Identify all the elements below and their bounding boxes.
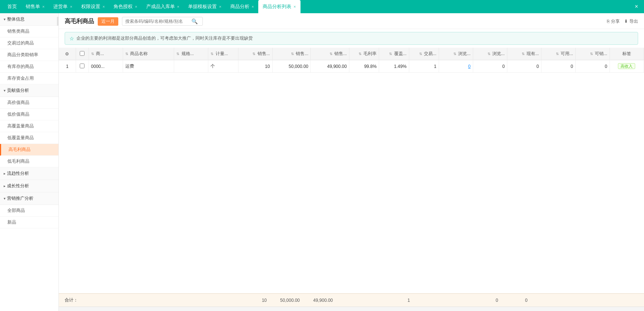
nav-sales-order[interactable]: 销售单 × bbox=[21, 0, 49, 13]
nav-purchase-order[interactable]: 进货单 × bbox=[49, 0, 76, 13]
filter-period-button[interactable]: 近一月 bbox=[98, 17, 118, 26]
footer-stock-avail: 0 bbox=[500, 298, 530, 303]
sort-icon-trade: ⇅ bbox=[419, 52, 422, 56]
col-header-browse2[interactable]: ⇅ 浏览... bbox=[473, 48, 507, 60]
close-template-settings[interactable]: × bbox=[219, 0, 221, 13]
col-header-name[interactable]: ⇅ 商品名称 bbox=[123, 48, 174, 60]
nav-production-inbound[interactable]: 产成品入库单 × bbox=[142, 0, 184, 13]
sidebar-item-low-value[interactable]: 低价值商品 bbox=[0, 109, 58, 120]
tip-icon: ☆ bbox=[69, 36, 74, 41]
sidebar-group-growth-title[interactable]: ▸ 成长性分析 bbox=[0, 180, 58, 192]
row-checkbox[interactable] bbox=[80, 64, 84, 68]
sidebar-group-trend: ▸ 流趋性分析 bbox=[0, 167, 58, 180]
share-button[interactable]: ⎘ 分享 bbox=[607, 18, 620, 25]
footer-spacer1 bbox=[85, 298, 100, 303]
nav-home[interactable]: 首页 bbox=[3, 0, 21, 13]
nav-template-settings[interactable]: 单据模板设置 × bbox=[184, 0, 226, 13]
footer-sales-cost: 49,900.00 bbox=[302, 298, 335, 303]
sort-icon-browse1: ⇅ bbox=[453, 52, 456, 56]
col-header-sales-cost[interactable]: ⇅ 销售... bbox=[311, 48, 349, 60]
sidebar-collapse-button[interactable]: « bbox=[57, 17, 59, 26]
search-box: 🔍 bbox=[122, 17, 203, 26]
footer-values: 10 50,000.00 49,900.00 1 0 0 bbox=[85, 298, 638, 303]
cell-tag: 高收入 bbox=[609, 60, 644, 73]
close-role-auth[interactable]: × bbox=[135, 0, 137, 13]
footer-label: 合计： bbox=[65, 297, 78, 303]
sidebar-item-category-rate[interactable]: 商品分类助销率 bbox=[0, 49, 58, 61]
sidebar-item-stock-funds[interactable]: 库存资金占用 bbox=[0, 73, 58, 84]
window-close-button[interactable]: × bbox=[632, 3, 641, 10]
footer-spacer6 bbox=[214, 298, 240, 303]
settings-icon[interactable]: ⚙ bbox=[65, 51, 69, 57]
close-product-analysis-list[interactable]: × bbox=[294, 0, 296, 13]
export-button[interactable]: ⬇ 导出 bbox=[624, 18, 638, 25]
close-purchase-order[interactable]: × bbox=[70, 0, 72, 13]
sidebar-group-marketing-title[interactable]: ▾ 营销推广分析 bbox=[0, 192, 58, 205]
col-header-stock-now[interactable]: ⇅ 现有... bbox=[507, 48, 541, 60]
col-header-stock-avail[interactable]: ⇅ 可用... bbox=[541, 48, 575, 60]
cell-sales-amt: 50,000.00 bbox=[272, 60, 311, 73]
sort-icon-cover: ⇅ bbox=[389, 52, 392, 56]
footer-sales-qty: 10 bbox=[240, 298, 269, 303]
sidebar-group-overall-title[interactable]: ▾ 整体信息 bbox=[0, 13, 58, 26]
sort-icon-stock-avail: ⇅ bbox=[556, 52, 559, 56]
content-header: 高毛利商品 近一月 🔍 ⎘ 分享 ⬇ 导出 bbox=[59, 13, 644, 29]
sidebar-group-trend-title[interactable]: ▸ 流趋性分析 bbox=[0, 167, 58, 180]
sidebar-item-low-coverage[interactable]: 低覆盖量商品 bbox=[0, 132, 58, 144]
cell-browse1: 0 bbox=[439, 60, 473, 73]
col-header-sales-qty[interactable]: ⇅ 销售... bbox=[238, 48, 272, 60]
sidebar-group-growth: ▸ 成长性分析 bbox=[0, 180, 58, 192]
tag-badge: 高收入 bbox=[618, 63, 635, 69]
sidebar-item-all-goods[interactable]: 全部商品 bbox=[0, 205, 58, 217]
col-header-unit[interactable]: ⇅ 计量... bbox=[208, 48, 238, 60]
header-actions: ⎘ 分享 ⬇ 导出 bbox=[607, 18, 638, 25]
select-all-checkbox[interactable] bbox=[80, 51, 84, 56]
close-permission[interactable]: × bbox=[102, 0, 105, 13]
footer-spacer5 bbox=[184, 298, 214, 303]
sidebar-group-contribution-title[interactable]: ▾ 贡献值分析 bbox=[0, 84, 58, 97]
tip-text: 企业的主要的利润都是这部分商品创造的，可考虑加大推广，同时关注库存是不要出现缺货 bbox=[76, 35, 253, 41]
sidebar-item-new-goods[interactable]: 新品 bbox=[0, 217, 58, 228]
cell-name: 运费 bbox=[123, 60, 174, 73]
col-header-code[interactable]: ⇅ 商... bbox=[89, 48, 123, 60]
close-production-inbound[interactable]: × bbox=[177, 0, 179, 13]
browse1-link[interactable]: 0 bbox=[468, 64, 471, 69]
footer-spacer8 bbox=[361, 298, 386, 303]
col-header-tag: 标签 bbox=[609, 48, 644, 60]
nav-product-analysis[interactable]: 商品分析 × bbox=[226, 0, 258, 13]
products-table: ⚙ ⇅ 商... ⇅ 商品名称 bbox=[59, 48, 644, 73]
nav-role-auth[interactable]: 角色授权 × bbox=[109, 0, 141, 13]
sidebar-item-stock-goods[interactable]: 有库存的商品 bbox=[0, 61, 58, 73]
sort-icon-code: ⇅ bbox=[91, 52, 94, 56]
table-wrapper: ⚙ ⇅ 商... ⇅ 商品名称 bbox=[59, 48, 644, 293]
page-title: 高毛利商品 bbox=[65, 18, 94, 25]
search-input[interactable] bbox=[125, 19, 191, 24]
col-header-stock-sell[interactable]: ⇅ 可销... bbox=[575, 48, 609, 60]
col-header-sales-amt[interactable]: ⇅ 销售... bbox=[272, 48, 311, 60]
col-header-spec[interactable]: ⇅ 规格... bbox=[174, 48, 208, 60]
footer-spacer2 bbox=[100, 298, 111, 303]
nav-product-analysis-list[interactable]: 商品分析列表 × bbox=[258, 0, 300, 13]
content-area: 高毛利商品 近一月 🔍 ⎘ 分享 ⬇ 导出 ☆ 企业的主要的利润都是这部分商品创… bbox=[59, 13, 644, 311]
sidebar-item-high-gross[interactable]: 高毛利商品 bbox=[0, 144, 58, 156]
col-header-gross-rate[interactable]: ⇅ 毛利率 bbox=[349, 48, 379, 60]
sidebar-item-low-gross[interactable]: 低毛利商品 bbox=[0, 156, 58, 167]
bottom-scrollbar[interactable] bbox=[59, 307, 644, 311]
search-icon[interactable]: 🔍 bbox=[191, 18, 198, 24]
sidebar-item-traded-goods[interactable]: 交易过的商品 bbox=[0, 37, 58, 49]
sidebar-item-high-coverage[interactable]: 高覆盖量商品 bbox=[0, 120, 58, 132]
sidebar-item-high-value[interactable]: 高价值商品 bbox=[0, 97, 58, 109]
nav-permission-settings[interactable]: 权限设置 × bbox=[77, 0, 109, 13]
sidebar-item-sales-goods[interactable]: 销售类商品 bbox=[0, 26, 58, 37]
col-header-trade-count[interactable]: ⇅ 交易... bbox=[409, 48, 439, 60]
col-header-browse1[interactable]: ⇅ 浏览... bbox=[439, 48, 473, 60]
col-header-check bbox=[76, 48, 89, 60]
cell-check bbox=[76, 60, 89, 73]
close-sales-order[interactable]: × bbox=[42, 0, 44, 13]
cell-sales-qty: 10 bbox=[238, 60, 272, 73]
main-layout: « ▾ 整体信息 销售类商品 交易过的商品 商品分类助销率 有库存的商品 库存资… bbox=[0, 13, 644, 311]
arrow-down-icon: ▾ bbox=[4, 17, 6, 21]
close-product-analysis[interactable]: × bbox=[252, 0, 254, 13]
footer-spacer10 bbox=[442, 298, 471, 303]
col-header-cover-rate[interactable]: ⇅ 覆盖... bbox=[379, 48, 409, 60]
